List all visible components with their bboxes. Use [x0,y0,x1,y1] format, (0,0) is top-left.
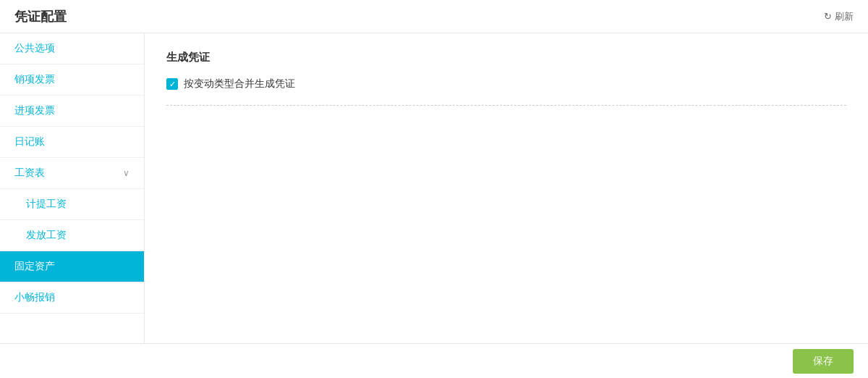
sidebar-item-label: 固定资产 [14,260,55,273]
sidebar-item-journal[interactable]: 日记账 [0,127,144,158]
sidebar-item-label: 计提工资 [26,198,67,211]
sidebar-item-label: 发放工资 [26,229,67,242]
page-footer: 保存 [0,343,868,378]
sidebar-item-sales-invoice[interactable]: 销项发票 [0,64,144,96]
sidebar: 公共选项销项发票进项发票日记账工资表∨计提工资发放工资固定资产小畅报销 [0,33,145,343]
page-title: 凭证配置 [14,8,67,25]
sidebar-item-public[interactable]: 公共选项 [0,33,144,64]
sidebar-item-purchase-invoice[interactable]: 进项发票 [0,96,144,127]
sidebar-item-label: 工资表 [14,167,45,180]
page-header: 凭证配置 ↻ 刷新 [0,0,868,33]
save-button[interactable]: 保存 [793,349,854,374]
sidebar-item-label: 小畅报销 [14,291,55,304]
chevron-down-icon: ∨ [123,168,129,178]
section-title: 生成凭证 [166,51,846,64]
sidebar-item-expense[interactable]: 小畅报销 [0,282,144,314]
sidebar-item-label: 公共选项 [14,42,55,55]
refresh-label: 刷新 [835,10,854,23]
content-area: 生成凭证 ✓ 按变动类型合并生成凭证 [145,33,868,343]
sidebar-item-payroll-calc[interactable]: 计提工资 [0,189,144,220]
check-mark-icon: ✓ [169,80,176,88]
refresh-icon: ↻ [824,11,832,22]
section-divider [166,105,846,106]
checkbox-label: 按变动类型合并生成凭证 [184,77,295,91]
sidebar-item-fixed-assets[interactable]: 固定资产 [0,251,144,282]
sidebar-item-label: 日记账 [14,135,45,148]
sidebar-item-label: 销项发票 [14,73,55,86]
sidebar-item-payroll-pay[interactable]: 发放工资 [0,220,144,251]
merge-checkbox[interactable]: ✓ [166,78,178,90]
refresh-button[interactable]: ↻ 刷新 [824,10,854,23]
checkbox-row: ✓ 按变动类型合并生成凭证 [166,77,846,91]
sidebar-item-label: 进项发票 [14,104,55,117]
sidebar-item-payroll[interactable]: 工资表∨ [0,158,144,189]
main-layout: 公共选项销项发票进项发票日记账工资表∨计提工资发放工资固定资产小畅报销 生成凭证… [0,33,868,343]
